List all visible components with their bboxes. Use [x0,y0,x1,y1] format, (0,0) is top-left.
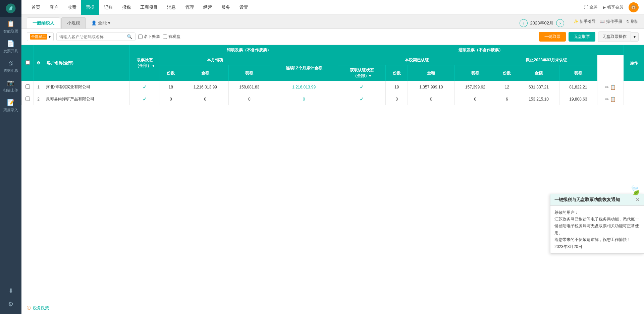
employee-tag: 全部员工 [30,34,47,40]
select-all-checkbox[interactable] [25,60,30,65]
sidebar-item-data-entry-label: 票据录入 [3,108,18,113]
new-guide-btn[interactable]: ✨ 新手引导 [574,19,596,24]
fullscreen-btn[interactable]: ⛶ 全屏 [584,4,597,10]
notification-header: 一键报税与无盘取票功能恢复通知 ✕ [550,194,644,206]
nav-settings[interactable]: 设置 [235,0,253,15]
month-sales-label: 本月销项 [207,58,223,62]
nodisk-ops-arrow[interactable]: ▾ [631,32,639,42]
sales-invoice-header: 销项发票（不含作废票） [227,48,271,52]
sidebar-item-invoice-open-label: 发票开具 [3,49,18,54]
search-input[interactable] [57,33,124,41]
nav-right: ⛶ 全屏 ▶ 畅享会员 🐵 [584,2,639,12]
row2-edit-btn[interactable]: ✏ [605,97,609,102]
nodisk-ops-btn[interactable]: 无盘取票操作 [598,32,631,42]
sidebar-item-scan-upload[interactable]: 📷 扫描上传 [0,76,21,96]
invoice-summary-icon: 🖨 [8,60,14,67]
xiazhanghao-checkbox[interactable] [138,35,143,39]
tab-more-icon: ▾ [108,20,110,25]
row1-edit-btn[interactable]: ✏ [605,84,609,90]
tab-actions: ✨ 新手引导 📖 操作手册 ↻ 刷新 [574,19,639,27]
xiazhanghao-checkbox-label[interactable]: 名下账套 [138,34,160,40]
nav-accounting[interactable]: 记账 [99,0,117,15]
row2-cumulative[interactable]: 0 [303,97,305,102]
row1-cumulative[interactable]: 1,216,013.99 [292,85,316,89]
row2-s-amount: 0 [182,93,228,105]
nav-message[interactable]: 消息 [162,0,180,15]
invoice-open-icon: 📄 [7,40,14,47]
row1-p-cert-icon: ✓ [360,84,364,90]
tab-all[interactable]: 👤 全能 ▾ [87,18,114,28]
notification-close-btn[interactable]: ✕ [636,197,640,202]
row1-p-cert-count: 19 [386,81,408,93]
row1-s-count: 18 [160,81,182,93]
top-nav: 首页 客户 收费 票据 记账 报税 工商项目 消息 管理 经营 服务 设置 ⛶ … [21,0,644,15]
tab-nav-center: ‹ 2023年02月 › [520,19,564,27]
settings-col-icon[interactable]: ⚙ [37,61,40,65]
sidebar-item-download[interactable]: ⬇ [0,284,21,297]
refresh-btn[interactable]: ↻ 刷新 [626,19,639,24]
col-fetch-status: 取票状态（全部） [135,58,153,68]
onekey-btn[interactable]: 一键取票 [539,32,566,42]
member-btn[interactable]: ▶ 畅享会员 [603,4,623,10]
nav-operation[interactable]: 经营 [199,0,217,15]
row2-status-icon: ✓ [143,96,147,102]
nav-billing[interactable]: 收费 [63,0,81,15]
prev-month-btn[interactable]: ‹ [520,19,528,27]
nav-customer[interactable]: 客户 [45,0,63,15]
manual-btn[interactable]: 📖 操作手册 [600,19,622,24]
row2-s-count: 0 [160,93,182,105]
nav-manage[interactable]: 管理 [180,0,199,15]
settings-icon: ⚙ [8,301,13,308]
notification-line-0: 尊敬的用户： [554,209,640,216]
fetch-status-filter-icon[interactable]: ▾ [152,63,154,68]
row2-p-cert-count: 0 [386,93,408,105]
next-month-btn[interactable]: › [556,19,564,27]
nav-home[interactable]: 首页 [27,0,45,15]
tax-policy-btn[interactable]: 税务政策 [33,305,49,311]
col-p-cert-tax: 税额 [454,65,496,81]
tab-general[interactable]: 一般纳税人 [27,17,60,28]
sidebar-bottom: ⬇ ⚙ [0,284,21,314]
employee-filter[interactable]: 全部员工 ▾ [27,32,54,41]
col-p-uncert-amount: 金额 [518,65,559,81]
nav-business[interactable]: 工商项目 [136,0,162,15]
scan-upload-icon: 📷 [7,79,14,86]
row1-status-icon: ✓ [143,84,147,90]
youshuipan-checkbox[interactable] [163,35,167,39]
col-s-amount: 金额 [182,65,228,81]
cumulative-label: 连续12个月累计金额 [286,66,322,70]
row2-checkbox[interactable] [25,97,30,101]
sidebar-item-invoice-open[interactable]: 📄 发票开具 [0,37,21,56]
notification-body: 尊敬的用户： 江苏政务网已恢访问电子税务局功能，悉代账一键登陆电子税务局与无盘取… [550,206,644,253]
row1-checkbox[interactable] [25,84,30,89]
col-p-cert-amount: 金额 [408,65,454,81]
nodisk-btn[interactable]: 无盘取票 [569,32,595,42]
sidebar-item-smart-fetch-label: 智能取票 [3,29,18,34]
deadline-uncertified-label: 截止2023年03月未认证 [526,58,567,62]
p-cert-filter-icon[interactable]: ▾ [369,73,371,78]
smart-fetch-icon: 📋 [7,20,14,27]
notification-scroll[interactable]: 尊敬的用户： 江苏政务网已恢访问电子税务局功能，悉代账一键登陆电子税务局与无盘取… [550,206,644,253]
search-button[interactable]: 🔍 [124,33,135,41]
col-client-name: 客户名称(全部) [47,61,73,65]
row2-num: 2 [37,97,40,102]
row2-p-uncert-count: 6 [496,93,518,105]
nav-service[interactable]: 服务 [217,0,235,15]
avatar[interactable]: 🐵 [629,2,639,12]
nav-invoice[interactable]: 票据 [81,0,99,15]
row1-view-btn[interactable]: 📋 [610,84,616,90]
youshuipan-checkbox-label[interactable]: 有税盘 [163,34,180,40]
sidebar-item-smart-fetch[interactable]: 📋 智能取票 [0,17,21,37]
row1-p-uncert-count: 12 [496,81,518,93]
sidebar-item-settings[interactable]: ⚙ [0,297,21,311]
sidebar-item-invoice-summary[interactable]: 🖨 票据汇总 [0,56,21,76]
download-icon: ⬇ [8,287,13,295]
current-month: 2023年02月 [530,20,553,26]
row1-name: 河北柯瑶槟实业有限公司 [43,81,130,93]
tab-small[interactable]: 小规模 [61,17,86,28]
content-area: 一般纳税人 小规模 👤 全能 ▾ ‹ 2023年02月 › ✨ 新手引导 📖 操… [21,15,644,314]
row2-view-btn[interactable]: 📋 [610,97,616,102]
nav-tax[interactable]: 报税 [117,0,136,15]
sidebar-item-data-entry[interactable]: 📝 票据录入 [0,96,21,115]
main-area: 首页 客户 收费 票据 记账 报税 工商项目 消息 管理 经营 服务 设置 ⛶ … [21,0,644,314]
